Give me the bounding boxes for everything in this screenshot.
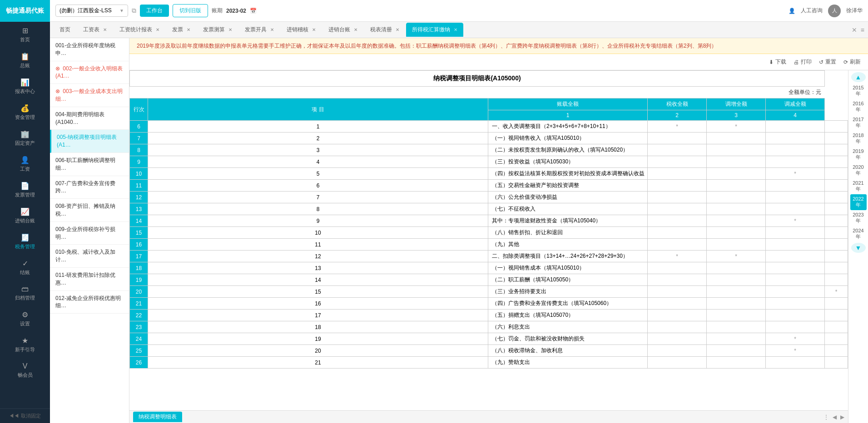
cell-decrease[interactable]: * bbox=[825, 286, 848, 298]
table-row[interactable]: 127（六）公允价值变动净损益 bbox=[130, 192, 848, 203]
table-row[interactable]: 2520（八）税收滞纳金、加收利息* bbox=[130, 345, 848, 357]
table-scroll-area[interactable]: 纳税调整项目明细表(A105000) 全额单位：元 行次 项 目 账载全额 税收… bbox=[129, 70, 848, 410]
sidebar-item-asset[interactable]: 💰 资金管理 bbox=[0, 99, 50, 125]
cell-increase[interactable] bbox=[766, 251, 825, 262]
cell-book[interactable] bbox=[648, 203, 707, 215]
cell-book[interactable] bbox=[648, 298, 707, 310]
sidebar-item-tax[interactable]: 🧾 税务管理 bbox=[0, 229, 50, 255]
cell-decrease[interactable] bbox=[825, 215, 848, 227]
tab-invoice-calc-close[interactable]: ✕ bbox=[228, 27, 232, 32]
table-row[interactable]: 1510（八）销售折扣、折让和退回 bbox=[130, 227, 848, 239]
table-row[interactable]: 116（五）交易性金融资产初始投资调整 bbox=[130, 180, 848, 192]
cell-increase[interactable] bbox=[766, 227, 825, 239]
cell-book[interactable] bbox=[648, 239, 707, 251]
tab-invoice[interactable]: 发票 ✕ bbox=[166, 23, 196, 37]
cell-tax[interactable] bbox=[707, 144, 766, 156]
sidebar-item-payroll[interactable]: 👤 工资 bbox=[0, 151, 50, 177]
cell-tax[interactable]: * bbox=[707, 251, 766, 262]
year-button[interactable]: 2024年 bbox=[850, 226, 867, 242]
cell-decrease[interactable] bbox=[825, 262, 848, 274]
cell-decrease[interactable] bbox=[825, 298, 848, 310]
table-row[interactable]: 1813（一）视同销售成本（填写A105010） bbox=[130, 262, 848, 274]
cell-tax[interactable] bbox=[707, 133, 766, 144]
left-item-005[interactable]: 005-纳税调整项目明细表(A1… bbox=[50, 130, 129, 153]
print-button[interactable]: 🖨 打印 bbox=[794, 58, 812, 66]
username[interactable]: 徐泽华 bbox=[846, 7, 863, 15]
table-row[interactable]: 2015（三）业务招待要支出* bbox=[130, 286, 848, 298]
tab-invoice-open-close[interactable]: ✕ bbox=[270, 27, 274, 32]
unpin-button[interactable]: ◀◀ 取消固定 bbox=[0, 408, 50, 423]
cell-tax[interactable] bbox=[707, 357, 766, 369]
close-all-icon[interactable]: ✕ bbox=[852, 26, 857, 34]
cell-book[interactable]: * bbox=[648, 121, 707, 133]
left-item-003[interactable]: ⊗ 003-一般企业成本支出明细… bbox=[50, 84, 129, 107]
cell-decrease[interactable] bbox=[825, 168, 848, 180]
download-button[interactable]: ⬇ 下载 bbox=[769, 58, 786, 66]
cell-increase[interactable]: * bbox=[766, 168, 825, 180]
left-item-011[interactable]: 011-研发费用加计扣除优惠… bbox=[50, 268, 129, 291]
year-button[interactable]: 2020年 bbox=[850, 162, 867, 178]
cell-book[interactable] bbox=[648, 262, 707, 274]
cell-decrease[interactable] bbox=[825, 333, 848, 345]
cell-decrease[interactable] bbox=[825, 156, 848, 168]
cell-decrease[interactable] bbox=[825, 321, 848, 333]
cell-tax[interactable] bbox=[707, 192, 766, 203]
table-row[interactable]: 1611（九）其他 bbox=[130, 239, 848, 251]
cell-book[interactable] bbox=[648, 333, 707, 345]
cell-increase[interactable] bbox=[766, 286, 825, 298]
sidebar-item-ledger[interactable]: 📋 总账 bbox=[0, 48, 50, 74]
sidebar-item-settlement[interactable]: ✓ 结账 bbox=[0, 255, 50, 280]
cell-increase[interactable] bbox=[766, 121, 825, 133]
year-scroll-down[interactable]: ▼ bbox=[851, 243, 866, 253]
cell-decrease[interactable] bbox=[825, 251, 848, 262]
cell-decrease[interactable] bbox=[825, 239, 848, 251]
scroll-right-icon[interactable]: ▶ bbox=[840, 414, 844, 420]
left-item-008[interactable]: 008-资产折旧、摊销及纳税… bbox=[50, 199, 129, 222]
cell-increase[interactable] bbox=[766, 262, 825, 274]
sidebar-item-report[interactable]: 📊 报表中心 bbox=[0, 74, 50, 99]
cell-tax[interactable] bbox=[707, 262, 766, 274]
cell-increase[interactable] bbox=[766, 192, 825, 203]
year-scroll-up[interactable]: ▲ bbox=[851, 72, 866, 82]
cell-tax[interactable] bbox=[707, 286, 766, 298]
left-item-007[interactable]: 007-广告费和业务宣传费跨… bbox=[50, 176, 129, 199]
cell-decrease[interactable] bbox=[825, 227, 848, 239]
cell-tax[interactable] bbox=[707, 310, 766, 321]
cell-decrease[interactable] bbox=[825, 192, 848, 203]
tab-invoice-close[interactable]: ✕ bbox=[187, 27, 190, 32]
cell-decrease[interactable] bbox=[825, 144, 848, 156]
left-item-002[interactable]: ⊗ 002-一般企业收入明细表(A1… bbox=[50, 61, 129, 84]
tab-input-check-close[interactable]: ✕ bbox=[312, 27, 316, 32]
cell-increase[interactable] bbox=[766, 156, 825, 168]
reset-button[interactable]: ↺ 重置 bbox=[819, 58, 836, 66]
cell-increase[interactable] bbox=[766, 310, 825, 321]
cell-increase[interactable] bbox=[766, 203, 825, 215]
cell-increase[interactable] bbox=[766, 144, 825, 156]
tab-payroll-stats[interactable]: 工资统计报表 ✕ bbox=[114, 23, 165, 37]
cell-tax[interactable] bbox=[707, 239, 766, 251]
cell-book[interactable] bbox=[648, 215, 707, 227]
left-item-012[interactable]: 012-减免企业所得税优惠明细… bbox=[50, 291, 129, 314]
cell-tax[interactable] bbox=[707, 274, 766, 286]
year-button[interactable]: 2015年 bbox=[850, 83, 867, 99]
cell-increase[interactable] bbox=[766, 180, 825, 192]
switch-old-button[interactable]: 切到旧版 bbox=[173, 4, 208, 17]
cell-increase[interactable]: * bbox=[766, 215, 825, 227]
scroll-left-icon[interactable]: ◀ bbox=[833, 414, 837, 420]
service-label[interactable]: 人工咨询 bbox=[801, 7, 823, 15]
tab-income-tax[interactable]: 所得税汇算缴纳 ✕ bbox=[406, 23, 463, 37]
table-row[interactable]: 61一、收入类调整项目（2+3+4+5+6+7+8+10+11）** bbox=[130, 121, 848, 133]
cell-increase[interactable]: * bbox=[766, 345, 825, 357]
tab-input-check[interactable]: 进销稽核 ✕ bbox=[281, 23, 322, 37]
sidebar-item-input-ledger[interactable]: 📈 进销台账 bbox=[0, 203, 50, 229]
cell-book[interactable] bbox=[648, 156, 707, 168]
tab-income-tax-close[interactable]: ✕ bbox=[454, 27, 457, 32]
company-selector[interactable]: (勿删）江西股金-LSS ▼ bbox=[55, 5, 128, 17]
cell-increase[interactable] bbox=[766, 321, 825, 333]
cell-book[interactable] bbox=[648, 180, 707, 192]
cell-tax[interactable] bbox=[707, 321, 766, 333]
cell-increase[interactable]: * bbox=[766, 333, 825, 345]
sidebar-item-guide[interactable]: ★ 新手引导 bbox=[0, 332, 50, 358]
tab-input-ledger[interactable]: 进销台账 ✕ bbox=[322, 23, 363, 37]
tab-invoice-calc[interactable]: 发票测算 ✕ bbox=[197, 23, 238, 37]
